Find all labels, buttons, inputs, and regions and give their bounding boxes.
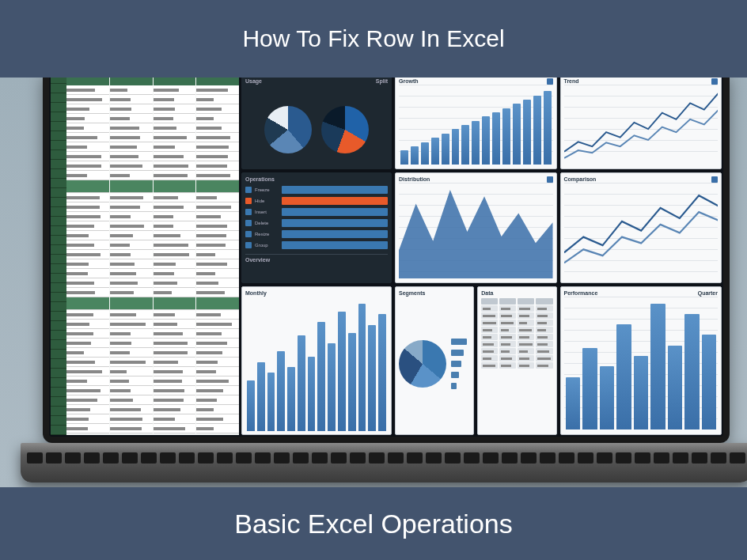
option-row[interactable]: Resize bbox=[245, 229, 388, 240]
mini-table-panel: Data bbox=[477, 286, 556, 435]
chart-icon bbox=[711, 176, 718, 183]
laptop-photo-area: UsageSplit Growth Trend Oper bbox=[0, 78, 747, 487]
laptop-base bbox=[21, 443, 747, 482]
option-row[interactable]: Freeze bbox=[245, 184, 388, 195]
options-panel: Operations FreezeHideInsertDeleteResizeG… bbox=[241, 172, 392, 283]
monthly-title: Monthly bbox=[245, 290, 267, 296]
option-row[interactable]: Insert bbox=[245, 206, 388, 218]
options-list: FreezeHideInsertDeleteResizeGroup bbox=[245, 184, 388, 251]
area-title: Distribution bbox=[399, 176, 430, 183]
pie-chart-2 bbox=[321, 106, 369, 153]
option-row[interactable]: Group bbox=[245, 240, 388, 251]
keyboard bbox=[21, 443, 747, 464]
performance-sub: Quarter bbox=[698, 290, 718, 296]
footer-banner: Basic Excel Operations bbox=[0, 487, 747, 560]
pie-panel-sub: Split bbox=[376, 78, 388, 84]
big-bar-and-table-panel: Monthly bbox=[241, 286, 392, 435]
chart-icon bbox=[547, 176, 553, 183]
pie-chart-3 bbox=[399, 340, 446, 388]
dashboard-area: UsageSplit Growth Trend Oper bbox=[241, 78, 722, 435]
growth-title: Growth bbox=[399, 78, 419, 85]
pie-chart-1 bbox=[264, 106, 312, 153]
category-hbar-list bbox=[451, 337, 470, 391]
options-footer: Overview bbox=[245, 257, 270, 263]
trend-line-panel: Trend bbox=[560, 78, 722, 169]
header-banner: How To Fix Row In Excel bbox=[0, 0, 747, 78]
trend-line-chart bbox=[564, 87, 719, 165]
mini-table-title: Data bbox=[481, 290, 493, 296]
spreadsheet-columns bbox=[66, 78, 239, 435]
segments-pie-panel: Segments bbox=[395, 286, 474, 435]
spreadsheet-grid bbox=[51, 78, 239, 435]
performance-bar-panel: PerformanceQuarter bbox=[560, 286, 722, 435]
hbar-row bbox=[451, 337, 470, 346]
chart-icon bbox=[547, 78, 553, 85]
hbar-row bbox=[451, 370, 470, 380]
header-title: How To Fix Row In Excel bbox=[242, 25, 504, 52]
bottom-left-split: Segments Data bbox=[395, 286, 557, 435]
performance-bars bbox=[564, 298, 719, 429]
growth-bar-panel: Growth bbox=[395, 78, 557, 169]
pie-panel: UsageSplit bbox=[241, 78, 392, 169]
trend-title: Trend bbox=[564, 78, 579, 85]
laptop-screen: UsageSplit Growth Trend Oper bbox=[43, 78, 730, 443]
hbar-row bbox=[451, 359, 470, 369]
area-panel: Distribution bbox=[395, 172, 557, 283]
comparison-line-panel: Comparison bbox=[560, 172, 722, 283]
hbar-row bbox=[451, 348, 470, 358]
hbar-row bbox=[451, 381, 470, 391]
monthly-bars bbox=[245, 298, 388, 431]
segments-title: Segments bbox=[399, 290, 425, 296]
area-chart bbox=[399, 185, 553, 278]
option-row[interactable]: Delete bbox=[245, 218, 388, 229]
option-row[interactable]: Hide bbox=[245, 195, 388, 206]
chart-icon bbox=[711, 78, 718, 85]
pie-panel-title: Usage bbox=[245, 78, 262, 84]
row-header-column bbox=[51, 78, 66, 435]
comparison-line-chart bbox=[564, 185, 719, 278]
footer-title: Basic Excel Operations bbox=[234, 509, 513, 539]
growth-bars bbox=[399, 87, 553, 165]
comparison-title: Comparison bbox=[564, 176, 597, 183]
options-title: Operations bbox=[245, 176, 275, 182]
mini-table bbox=[481, 298, 552, 435]
performance-title: Performance bbox=[564, 290, 598, 296]
